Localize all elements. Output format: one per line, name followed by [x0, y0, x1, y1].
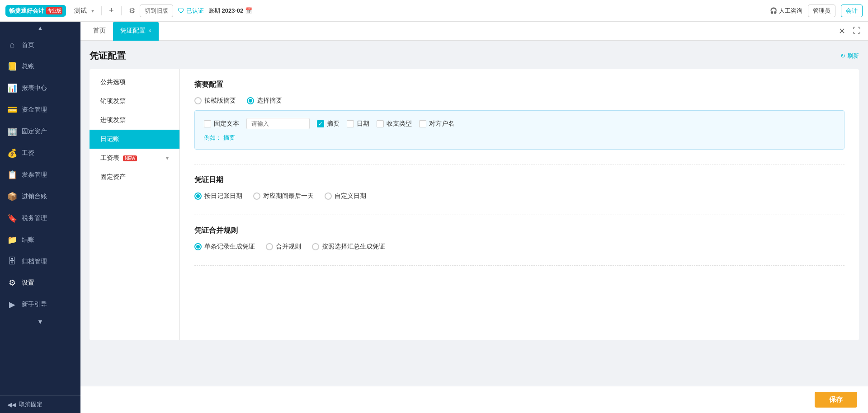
- tab-close-btn[interactable]: ×: [148, 28, 151, 34]
- nav-item-sales-invoice[interactable]: 销项发票: [90, 92, 179, 111]
- radio-period-last-circle: [253, 192, 260, 200]
- pin-icon: ◀◀: [7, 401, 16, 408]
- add-icon[interactable]: +: [109, 6, 114, 15]
- sidebar-item-reports[interactable]: 📊 报表中心: [0, 77, 80, 99]
- radio-period-last[interactable]: 对应期间最后一天: [253, 192, 314, 200]
- support-btn[interactable]: 🎧 人工咨询: [770, 7, 802, 15]
- config-layout: 公共选项 销项发票 进项发票 日记账 工资表 NEW: [90, 69, 859, 340]
- radio-select-circle: [247, 97, 254, 104]
- payroll-icon: 💰: [7, 148, 17, 158]
- checkbox-counterparty[interactable]: 对方户名: [419, 120, 454, 128]
- home-icon: ⌂: [7, 40, 17, 50]
- radio-journal-date-circle: [194, 192, 202, 200]
- nav-fixed-assets-label: 固定资产: [100, 173, 126, 180]
- sidebar-item-label: 报表中心: [22, 84, 47, 92]
- save-btn[interactable]: 保存: [815, 392, 857, 408]
- sidebar-item-label: 设置: [22, 279, 34, 287]
- sidebar-item-guide[interactable]: ▶ 新手引导: [0, 294, 80, 315]
- refresh-icon: ↻: [840, 52, 845, 59]
- company-dropdown-icon[interactable]: ▾: [91, 8, 94, 14]
- radio-custom-date-label: 自定义日期: [335, 192, 366, 200]
- nav-item-public[interactable]: 公共选项: [90, 73, 179, 92]
- checkbox-date-label: 日期: [357, 120, 369, 128]
- sidebar-item-payroll[interactable]: 💰 工资: [0, 142, 80, 164]
- example-text: 例如： 摘要: [204, 134, 835, 142]
- topbar: 畅捷通好会计 专业版 测试 ▾ + ⚙ 切到旧版 🛡 已认证 账期 2023-0…: [0, 0, 868, 22]
- sidebar-item-close[interactable]: 📁 结账: [0, 229, 80, 251]
- radio-select-summary[interactable]: 选择摘要: [247, 97, 282, 105]
- invoices-icon: 📋: [7, 170, 17, 180]
- assets-icon: 🏢: [7, 127, 17, 136]
- radio-single-label: 单条记录生成凭证: [204, 243, 255, 251]
- radio-merge-rule[interactable]: 合并规则: [266, 243, 301, 251]
- radio-custom-date[interactable]: 自定义日期: [325, 192, 366, 200]
- nav-sales-invoice-label: 销项发票: [100, 97, 126, 104]
- tabs-bar: 首页 凭证配置 × ✕ ⛶: [80, 22, 868, 41]
- sidebar-scroll-down[interactable]: ▼: [0, 315, 80, 328]
- nav-item-journal[interactable]: 日记账: [90, 130, 179, 149]
- page-header: 凭证配置 ↻ 刷新: [90, 50, 859, 62]
- radio-template-summary[interactable]: 按模版摘要: [194, 97, 236, 105]
- sidebar-item-funds[interactable]: 💳 资金管理: [0, 99, 80, 121]
- refresh-btn[interactable]: ↻ 刷新: [840, 52, 859, 60]
- sidebar-item-tax[interactable]: 🔖 税务管理: [0, 207, 80, 229]
- radio-journal-date[interactable]: 按日记账日期: [194, 192, 242, 200]
- merge-section-title: 凭证合并规则: [194, 226, 844, 235]
- main-layout: ▲ ⌂ 首页 📒 总账 📊 报表中心 💳 资金管理 🏢 固定资产 💰 工资 📋 …: [0, 22, 868, 413]
- checkbox-summary-label: 摘要: [327, 120, 340, 128]
- sidebar-item-label: 资金管理: [22, 106, 47, 114]
- settings-icon[interactable]: ⚙: [129, 6, 135, 15]
- manager-btn[interactable]: 管理员: [808, 5, 835, 17]
- sidebar-unpin-btn[interactable]: ◀◀ 取消固定: [0, 395, 80, 413]
- sidebar-item-sales[interactable]: 📦 进销台账: [0, 186, 80, 207]
- summary-section-title: 摘要配置: [194, 80, 844, 89]
- summary-section: 摘要配置 按模版摘要 选择摘要: [194, 80, 844, 150]
- sidebar-item-assets[interactable]: 🏢 固定资产: [0, 121, 80, 142]
- tab-home[interactable]: 首页: [86, 22, 113, 41]
- checkbox-date[interactable]: 日期: [347, 120, 369, 128]
- checkbox-summary[interactable]: ✓ 摘要: [317, 120, 340, 128]
- sidebar-item-settings[interactable]: ⚙ 设置: [0, 272, 80, 294]
- radio-template-label: 按模版摘要: [204, 97, 236, 105]
- tab-voucher-config-label: 凭证配置: [120, 27, 146, 35]
- maximize-btn[interactable]: ⛶: [851, 24, 863, 38]
- summary-config-row: 固定文本 ✓ 摘要 日期: [204, 118, 835, 129]
- radio-merge-circle: [266, 243, 273, 250]
- divider-3: [194, 265, 844, 266]
- sales-icon: 📦: [7, 192, 17, 202]
- sidebar-item-archive[interactable]: 🗄 归档管理: [0, 251, 80, 272]
- certified-text: 已认证: [186, 7, 204, 15]
- radio-single-voucher[interactable]: 单条记录生成凭证: [194, 243, 255, 251]
- page-content: 凭证配置 ↻ 刷新 公共选项 销项发票 进项发票: [80, 41, 868, 386]
- tab-voucher-config[interactable]: 凭证配置 ×: [113, 22, 159, 41]
- period-value: 2023-02: [222, 7, 244, 14]
- date-section: 凭证日期 按日记账日期 对应期间最后一天: [194, 175, 844, 200]
- divider-2: [194, 215, 844, 215]
- nav-item-fixed-assets[interactable]: 固定资产: [90, 168, 179, 187]
- radio-select-merge-label: 按照选择汇总生成凭证: [322, 243, 385, 251]
- topbar-divider-2: [121, 6, 122, 15]
- sidebar: ▲ ⌂ 首页 📒 总账 📊 报表中心 💳 资金管理 🏢 固定资产 💰 工资 📋 …: [0, 22, 80, 413]
- nav-journal-label: 日记账: [100, 135, 119, 142]
- page-title: 凭证配置: [90, 50, 126, 62]
- radio-select-merge[interactable]: 按照选择汇总生成凭证: [312, 243, 385, 251]
- sidebar-item-home[interactable]: ⌂ 首页: [0, 34, 80, 56]
- switch-old-btn[interactable]: 切到旧版: [140, 5, 173, 17]
- sidebar-item-ledger[interactable]: 📒 总账: [0, 56, 80, 77]
- radio-period-last-label: 对应期间最后一天: [263, 192, 314, 200]
- nav-item-purchase-invoice[interactable]: 进项发票: [90, 111, 179, 130]
- checkbox-fixed-text[interactable]: 固定文本: [204, 120, 239, 128]
- radio-journal-date-label: 按日记账日期: [204, 192, 242, 200]
- config-main: 摘要配置 按模版摘要 选择摘要: [180, 69, 859, 340]
- sidebar-scroll-up[interactable]: ▲: [0, 22, 80, 34]
- calendar-icon[interactable]: 📅: [245, 7, 252, 14]
- sidebar-item-invoices[interactable]: 📋 发票管理: [0, 164, 80, 186]
- role-btn[interactable]: 会计: [841, 5, 863, 17]
- checkbox-summary-box: ✓: [317, 120, 324, 127]
- checkbox-date-box: [347, 120, 354, 127]
- close-window-btn[interactable]: ✕: [837, 24, 847, 38]
- nav-item-payroll-sheet[interactable]: 工资表 NEW ▾: [90, 149, 179, 168]
- checkbox-payment-type[interactable]: 收支类型: [377, 120, 412, 128]
- fixed-text-input[interactable]: [246, 118, 310, 129]
- app-logo: 畅捷通好会计 专业版: [5, 5, 66, 17]
